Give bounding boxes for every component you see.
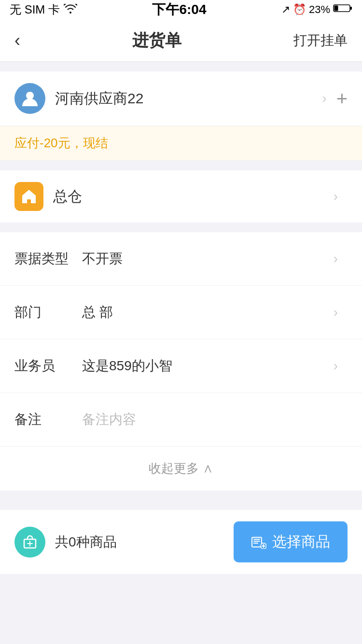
svg-rect-2 xyxy=(350,7,352,10)
invoice-type-row[interactable]: 票据类型 不开票 › xyxy=(0,232,362,285)
department-label: 部门 xyxy=(14,303,82,322)
invoice-type-value: 不开票 xyxy=(82,250,334,268)
supplier-name: 河南供应商22 xyxy=(55,89,322,109)
bottom-bar: 共0种商品 选择商品 xyxy=(0,510,362,574)
battery-text: 23% xyxy=(309,3,330,16)
invoice-type-label: 票据类型 xyxy=(14,250,82,268)
supplier-avatar xyxy=(14,83,45,114)
status-right: ↗ ⏰ 23% xyxy=(281,3,352,16)
section-gap-2 xyxy=(0,161,362,170)
warehouse-icon xyxy=(14,182,43,211)
status-bar: 无 SIM 卡 下午6:04 ↗ ⏰ 23% xyxy=(0,0,362,19)
invoice-chevron-icon: › xyxy=(334,251,338,266)
form-section: 票据类型 不开票 › 部门 总 部 › 业务员 这是859的小智 › 备注 备注… xyxy=(0,232,362,490)
battery-icon xyxy=(333,3,352,16)
warehouse-row[interactable]: 总仓 › xyxy=(0,170,362,223)
collapse-label: 收起更多 ∧ xyxy=(149,460,213,477)
warehouse-label: 总仓 xyxy=(53,187,334,207)
salesperson-label: 业务员 xyxy=(14,357,82,375)
warehouse-chevron-icon: › xyxy=(334,189,338,204)
alarm-icon: ⏰ xyxy=(293,3,306,16)
select-product-button[interactable]: 选择商品 xyxy=(234,521,348,562)
supplier-notice: 应付-20元，现结 xyxy=(0,126,362,161)
department-row[interactable]: 部门 总 部 › xyxy=(0,285,362,339)
salesperson-value: 这是859的小智 xyxy=(82,357,334,375)
section-gap-4 xyxy=(0,490,362,500)
section-gap-3 xyxy=(0,223,362,232)
salesperson-row[interactable]: 业务员 这是859的小智 › xyxy=(0,339,362,392)
location-icon: ↗ xyxy=(281,3,290,16)
salesperson-chevron-icon: › xyxy=(334,358,338,374)
remark-row[interactable]: 备注 备注内容 xyxy=(0,392,362,446)
open-pending-button[interactable]: 打开挂单 xyxy=(293,31,348,50)
warehouse-section: 总仓 › xyxy=(0,170,362,223)
back-button[interactable]: ‹ xyxy=(14,30,20,51)
collapse-row[interactable]: 收起更多 ∧ xyxy=(0,446,362,490)
wifi-icon xyxy=(64,3,77,16)
status-left: 无 SIM 卡 xyxy=(10,2,77,17)
supplier-chevron-icon: › xyxy=(322,91,326,106)
nav-bar: ‹ 进货单 打开挂单 xyxy=(0,19,362,62)
carrier-text: 无 SIM 卡 xyxy=(10,2,60,17)
remark-placeholder[interactable]: 备注内容 xyxy=(82,410,348,429)
department-value: 总 部 xyxy=(82,303,334,322)
product-count: 共0种商品 xyxy=(55,533,224,551)
svg-point-3 xyxy=(26,92,34,99)
add-button[interactable]: + xyxy=(336,88,348,110)
supplier-row[interactable]: 河南供应商22 › + xyxy=(0,71,362,126)
select-product-label: 选择商品 xyxy=(272,532,330,552)
department-chevron-icon: › xyxy=(334,305,338,320)
page-title: 进货单 xyxy=(132,29,181,52)
remark-label: 备注 xyxy=(14,410,82,429)
section-gap-1 xyxy=(0,62,362,71)
supplier-section: 河南供应商22 › + 应付-20元，现结 xyxy=(0,71,362,161)
svg-rect-1 xyxy=(334,6,338,11)
product-icon xyxy=(14,527,45,558)
status-time: 下午6:04 xyxy=(152,0,206,19)
